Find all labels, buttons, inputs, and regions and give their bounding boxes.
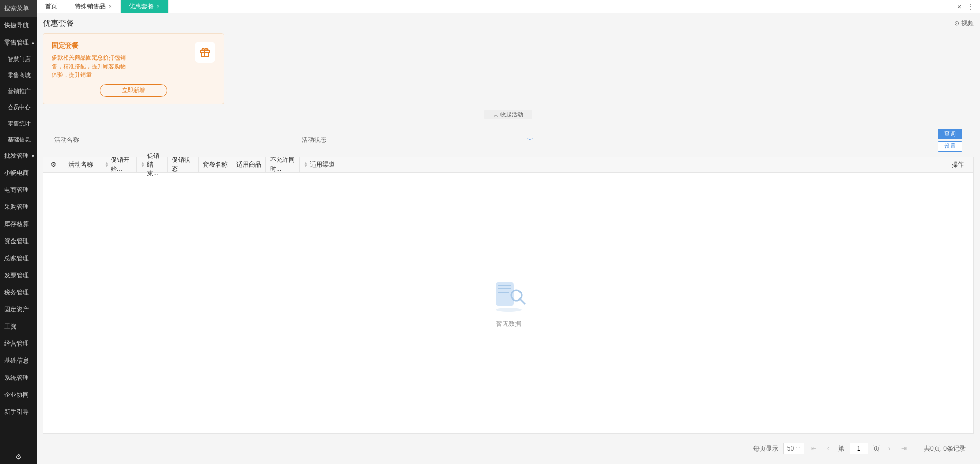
th-products[interactable]: 适用商品 — [232, 157, 266, 172]
th-action: 操作 — [942, 157, 973, 172]
tab-label: 首页 — [45, 2, 57, 11]
chevron-up-icon: ▲ — [31, 40, 35, 46]
sidebar-footer: ⚙ — [0, 450, 37, 464]
sidebar-sub-smartstore[interactable]: 智慧门店 — [0, 51, 37, 67]
sidebar-sub-member[interactable]: 会员中心 — [0, 99, 37, 115]
tab-label: 优惠套餐 — [129, 2, 154, 11]
sidebar: 搜索菜单 快捷导航 零售管理 ▲ 智慧门店 零售商城 营销推广 会员中心 零售统… — [0, 0, 37, 464]
sidebar-sub-retailmall[interactable]: 零售商城 — [0, 67, 37, 83]
promo-card-title: 固定套餐 — [52, 41, 215, 50]
sidebar-item-funds[interactable]: 资金管理 — [0, 233, 37, 250]
sidebar-item-label: 批发管理 — [4, 152, 29, 160]
sidebar-item-invoice[interactable]: 发票管理 — [0, 267, 37, 284]
double-chevron-up-icon: ︽ — [494, 112, 498, 117]
table-header: ⚙ 活动名称 ▲▼ 促销开始... ▲▼ 促销结束... 促销状态 — [43, 157, 973, 173]
per-page-select[interactable]: 50 ﹀ — [783, 443, 804, 454]
sort-icon: ▲▼ — [105, 162, 109, 167]
th-start[interactable]: ▲▼ 促销开始... — [100, 157, 137, 172]
video-icon[interactable]: ⊙ — [954, 20, 959, 27]
th-disallow[interactable]: 不允许同时... — [266, 157, 300, 172]
table-empty-state: 暂无数据 — [43, 173, 973, 434]
th-label: 促销状态 — [172, 156, 194, 173]
gift-icon — [195, 42, 215, 63]
first-page-button[interactable]: ⇤ — [809, 444, 819, 453]
th-label: 活动名称 — [68, 160, 93, 169]
close-icon[interactable]: × — [109, 4, 112, 9]
close-icon[interactable]: × — [157, 4, 160, 9]
sidebar-item-fixedassets[interactable]: 固定资产 — [0, 301, 37, 318]
create-now-button[interactable]: 立即新增 — [100, 84, 167, 97]
page-header: 优惠套餐 ⊙ 视频 — [37, 13, 980, 33]
data-table: ⚙ 活动名称 ▲▼ 促销开始... ▲▼ 促销结束... 促销状态 — [43, 157, 974, 435]
collapse-button[interactable]: ︽ 收起活动 — [484, 110, 532, 119]
th-label: 适用商品 — [236, 160, 261, 169]
gear-icon[interactable]: ⚙ — [15, 453, 22, 461]
page-prefix: 第 — [838, 444, 844, 453]
th-package-name[interactable]: 套餐名称 — [199, 157, 232, 172]
next-page-button[interactable]: › — [885, 444, 894, 453]
page-title: 优惠套餐 — [43, 19, 74, 28]
th-label: 不允许同时... — [270, 156, 295, 173]
per-page-label: 每页显示 — [753, 444, 778, 453]
sidebar-sub-baseinfo[interactable]: 基础信息 — [0, 131, 37, 147]
sidebar-item-baseinfo2[interactable]: 基础信息 — [0, 352, 37, 369]
sidebar-item-purchase[interactable]: 采购管理 — [0, 199, 37, 216]
filter-bar: 活动名称 活动状态 ﹀ 查询 设置 — [43, 125, 974, 152]
sidebar-item-operation[interactable]: 经营管理 — [0, 335, 37, 352]
prev-page-button[interactable]: ‹ — [824, 444, 833, 453]
gear-icon: ⚙ — [51, 161, 56, 168]
activity-name-input[interactable] — [84, 134, 286, 146]
settings-button[interactable]: 设置 — [938, 141, 962, 152]
empty-text: 暂无数据 — [496, 320, 521, 328]
th-status[interactable]: 促销状态 — [168, 157, 199, 172]
content: 固定套餐 多款相关商品固定总价打包销售，精准搭配，提升顾客购物体验，提升销量 立… — [37, 33, 980, 464]
tabbar: 首页 特殊销售品 × 优惠套餐 × × ⋮ — [37, 0, 980, 13]
sidebar-item-system[interactable]: 系统管理 — [0, 369, 37, 386]
th-activity-name[interactable]: 活动名称 — [64, 157, 100, 172]
page-input[interactable] — [850, 443, 868, 454]
th-end[interactable]: ▲▼ 促销结束... — [137, 157, 168, 172]
sidebar-item-ledger[interactable]: 总账管理 — [0, 250, 37, 267]
th-settings[interactable]: ⚙ — [43, 157, 64, 172]
sidebar-item-ecommerce[interactable]: 电商管理 — [0, 182, 37, 199]
filter-label-status: 活动状态 — [302, 136, 326, 144]
th-label: 促销结束... — [147, 152, 163, 178]
tab-label: 特殊销售品 — [75, 2, 106, 11]
th-label: 操作 — [952, 160, 964, 169]
more-icon[interactable]: ⋮ — [967, 3, 975, 11]
tab-special-sales[interactable]: 特殊销售品 × — [66, 0, 121, 13]
query-button[interactable]: 查询 — [938, 129, 962, 139]
sidebar-item-label: 零售管理 — [4, 38, 29, 47]
chevron-down-icon: ▼ — [31, 154, 35, 159]
sidebar-wholesale-mgmt[interactable]: 批发管理 ▼ — [0, 147, 37, 164]
sidebar-item-inventory[interactable]: 库存核算 — [0, 216, 37, 233]
sidebar-item-newbie[interactable]: 新手引导 — [0, 403, 37, 421]
sidebar-item-xiaochang[interactable]: 小畅电商 — [0, 164, 37, 182]
sort-icon: ▲▼ — [141, 162, 145, 167]
sidebar-search[interactable]: 搜索菜单 — [0, 0, 37, 17]
sidebar-retail-mgmt[interactable]: 零售管理 ▲ — [0, 34, 37, 51]
activity-status-select[interactable]: ﹀ — [332, 134, 533, 146]
video-label[interactable]: 视频 — [961, 19, 974, 28]
filter-label-name: 活动名称 — [54, 136, 79, 144]
sidebar-item-enterprise[interactable]: 企业协同 — [0, 386, 37, 403]
filter-activity-name: 活动名称 — [54, 134, 286, 146]
chevron-down-icon: ﹀ — [527, 136, 533, 144]
main: 首页 特殊销售品 × 优惠套餐 × × ⋮ 优惠套餐 ⊙ 视频 — [37, 0, 980, 464]
collapse-label: 收起活动 — [500, 111, 523, 117]
tab-home[interactable]: 首页 — [37, 0, 66, 13]
sidebar-sub-marketing[interactable]: 营销推广 — [0, 83, 37, 99]
per-page-value: 50 — [787, 445, 794, 452]
filter-actions: 查询 设置 — [938, 129, 962, 152]
th-channel[interactable]: ▲▼ 适用渠道 — [300, 157, 942, 172]
sidebar-item-salary[interactable]: 工资 — [0, 318, 37, 335]
promo-card-fixed: 固定套餐 多款相关商品固定总价打包销售，精准搭配，提升顾客购物体验，提升销量 立… — [43, 33, 224, 104]
sidebar-quicknav[interactable]: 快捷导航 — [0, 17, 37, 34]
sidebar-sub-retailstats[interactable]: 零售统计 — [0, 115, 37, 131]
svg-point-4 — [496, 308, 522, 312]
tab-discount-package[interactable]: 优惠套餐 × — [121, 0, 169, 13]
last-page-button[interactable]: ⇥ — [899, 444, 909, 453]
sidebar-item-tax[interactable]: 税务管理 — [0, 284, 37, 301]
close-all-icon[interactable]: × — [955, 3, 963, 11]
pagination-summary: 共0页, 0条记录 — [924, 444, 966, 453]
